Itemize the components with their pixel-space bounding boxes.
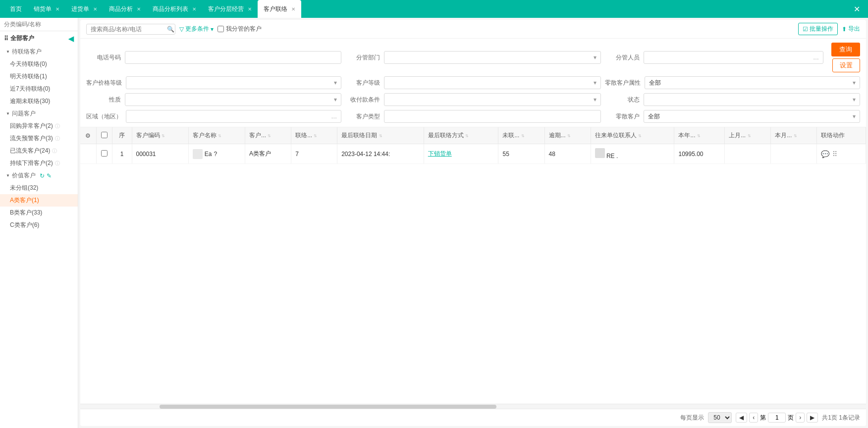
close-icon[interactable]: ✕ [192,6,196,12]
more-icon[interactable]: ⠿ [832,150,837,158]
close-icon[interactable]: ✕ [55,6,59,12]
col-last-date[interactable]: 最后联络日期 ⇅ [337,127,424,144]
customer-level-select[interactable]: ▾ [384,76,600,89]
prev-page-button[interactable]: ‹ [749,413,758,423]
col-current-month[interactable]: 本月... ⇅ [771,127,817,144]
sidebar-group-problem[interactable]: ▼ 问题客户 [0,107,78,120]
page-size-select[interactable]: 50 [708,412,732,423]
phone-input[interactable] [125,51,341,64]
col-name-label: 客户名称 [193,132,217,139]
first-page-button[interactable]: ◀ [736,413,747,423]
col-select-all[interactable] [96,127,112,144]
my-customers-checkbox-area: 我分管的客户 [217,25,262,33]
col-last-method[interactable]: 最后联络方式 ⇅ [424,127,498,144]
col-name[interactable]: 客户名称 ⇅ [188,127,245,144]
avatar [595,148,605,158]
sidebar-item-tomorrow[interactable]: 明天待联络(1) [0,70,78,83]
col-contact-person[interactable]: 往来单位联系人 ⇅ [591,127,674,144]
sidebar-item-tomorrow-label: 明天待联络(1) [10,72,47,81]
customer-mgmt-tab-label: 客户分层经营 [208,5,244,13]
batch-ops-button[interactable]: ☑ 批量操作 [798,23,838,35]
select-all-checkbox[interactable] [101,132,108,138]
sidebar-item-7days[interactable]: 近7天待联络(0) [0,83,78,95]
last-method-link[interactable]: 下销货单 [428,150,452,157]
close-all-tabs[interactable]: ✕ [850,4,864,14]
sales-tab-label: 销货单 [34,5,52,13]
table-container: ⚙ 序 客户编码 ⇅ 客户名称 ⇅ 客户... ⇅ [80,127,866,404]
export-button[interactable]: ⬆ 导出 [842,25,860,33]
col-overdue[interactable]: 逾期... ⇅ [544,127,591,144]
filter-search-icon[interactable]: 🔍 [167,26,174,33]
sidebar-item-today[interactable]: 今天待联络(0) [0,58,78,70]
nature-select[interactable]: ▾ [125,93,341,106]
sidebar-item-churn-warning[interactable]: 流失预警客户(3) ⓘ [0,132,78,145]
sidebar-group-pending[interactable]: ▼ 待联络客户 [0,46,78,58]
row-checkbox[interactable] [96,144,112,164]
col-no-contact[interactable]: 未联... ⇅ [498,127,544,144]
payment-select[interactable]: ▾ [384,93,600,106]
dept-select[interactable]: ▾ [384,51,600,64]
nav-tab-sales[interactable]: 销货单 ✕ [28,0,65,18]
retail-customer-select[interactable]: 全部 ▾ [644,110,860,123]
nav-tab-analysis[interactable]: 商品分析 ✕ [103,0,147,18]
sidebar-item-today-label: 今天待联络(0) [10,60,47,68]
row-select-checkbox[interactable] [101,150,108,157]
close-icon[interactable]: ✕ [291,6,295,12]
query-button[interactable]: 查询 [831,43,860,56]
sidebar-item-abnormal[interactable]: 回购异常客户(2) ⓘ [0,120,78,132]
more-filter-label: 更多条件 [185,25,209,33]
col-level[interactable]: 客户... ⇅ [245,127,291,144]
grid-icon: ⠿ [4,35,8,42]
my-customers-checkbox[interactable] [217,26,224,32]
next-page-button[interactable]: › [796,413,805,423]
row-last-method[interactable]: 下销货单 [424,144,498,164]
nav-tab-analysis-list[interactable]: 商品分析列表 ✕ [147,0,202,18]
sidebar-item-class-c[interactable]: C类客户(6) [0,219,78,231]
scrollbar-thumb[interactable] [160,405,496,409]
close-icon[interactable]: ✕ [248,6,252,12]
filter-search-input[interactable] [91,26,165,33]
price-level-select[interactable]: ▾ [126,76,341,89]
more-filter-button[interactable]: ▽ 更多条件 ▾ [179,25,214,33]
col-current-year[interactable]: 本年... ⇅ [674,127,725,144]
close-icon[interactable]: ✕ [137,6,141,12]
status-select[interactable]: ▾ [644,93,860,106]
chevron-down-icon: ▾ [853,113,856,120]
col-gear[interactable]: ⚙ [80,127,96,144]
sort-icon: ⇅ [521,134,525,138]
page-number-input[interactable] [768,413,786,423]
horizontal-scrollbar[interactable] [80,404,866,409]
sidebar-item-declining[interactable]: 持续下滑客户(2) ⓘ [0,157,78,169]
collapse-sidebar-icon[interactable]: ◀ [68,35,74,43]
last-page-button[interactable]: ▶ [807,413,818,423]
sidebar-item-unclassified[interactable]: 未分组(32) [0,182,78,194]
col-code[interactable]: 客户编码 ⇅ [132,127,188,144]
retail-attr-label: 零散客户属性 [605,79,641,87]
col-last-month[interactable]: 上月... ⇅ [725,127,771,144]
customer-type-select[interactable] [384,110,600,123]
nav-tab-customer-mgmt[interactable]: 客户分层经营 ✕ [202,0,258,18]
customer-name-suffix: ? [214,151,217,158]
sidebar-item-churned[interactable]: 已流失客户(24) ⓘ [0,145,78,157]
manager-input[interactable]: … [644,51,823,64]
chat-icon[interactable]: 💬 [821,150,829,158]
close-icon[interactable]: ✕ [93,6,97,12]
nav-tab-purchase[interactable]: 进货单 ✕ [65,0,103,18]
region-input[interactable]: … [126,110,341,123]
edit-icon[interactable]: ✎ [47,172,52,179]
refresh-icon[interactable]: ↻ [40,172,45,179]
sidebar-item-overdue[interactable]: 逾期未联络(30) [0,95,78,107]
more-icon: … [813,54,819,61]
nav-tab-home[interactable]: 首页 [4,0,28,18]
sidebar-search-input[interactable] [4,21,78,28]
page-suffix: 页 [788,414,794,422]
retail-attr-select[interactable]: 全部 ▾ [645,76,860,89]
col-contact-count[interactable]: 联络... ⇅ [291,127,337,144]
sidebar-item-class-b[interactable]: B类客户(33) [0,207,78,219]
page-label: 第 [760,414,766,422]
sidebar-item-class-a[interactable]: A类客户(1) [0,194,78,207]
settings-button[interactable]: 设置 [832,58,860,72]
nav-tab-customer-contact[interactable]: 客户联络 ✕ [258,0,301,18]
content-area: 🔍 ▽ 更多条件 ▾ 我分管的客户 ☑ 批量操作 ⬆ 导出 [80,20,866,426]
sidebar-group-value[interactable]: ▼ 价值客户 ↻ ✎ [0,169,78,182]
